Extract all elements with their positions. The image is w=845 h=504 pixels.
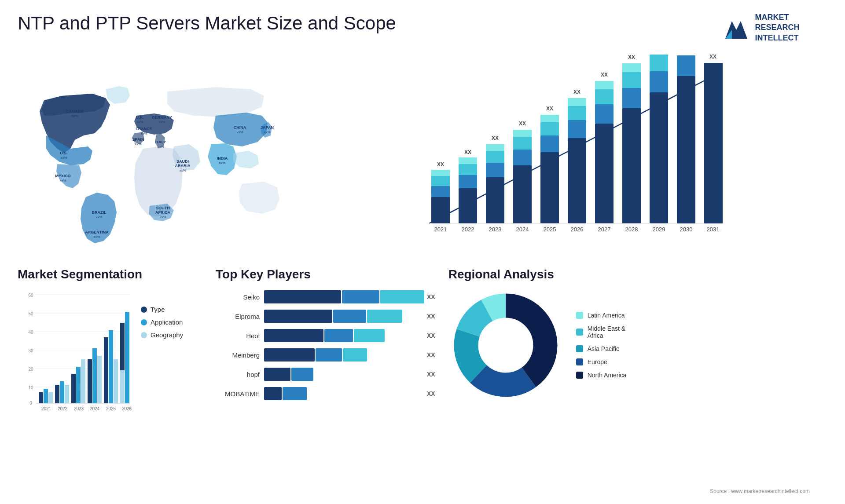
bar-elproma-3 [367, 310, 402, 323]
svg-rect-18 [513, 150, 532, 165]
map-label-china: CHINA [234, 125, 246, 130]
segmentation-title: Market Segmentation [18, 267, 202, 281]
player-name-meinberg: Meinberg [216, 351, 260, 359]
x-label-2023: 2023 [489, 226, 502, 233]
bar-seiko-3 [380, 290, 424, 303]
player-row-heol: Heol XX [216, 329, 435, 342]
svg-rect-35 [622, 72, 641, 88]
map-label-germany: GERMANY [152, 115, 172, 120]
svg-rect-68 [92, 348, 97, 403]
map-value-india: xx% [219, 161, 225, 165]
svg-text:2025: 2025 [106, 406, 116, 411]
x-label-2025: 2025 [544, 226, 556, 233]
map-label-saudi2: ARABIA [175, 164, 191, 168]
seg-legend: Type Application Geography [141, 306, 183, 339]
svg-rect-42 [677, 55, 695, 76]
bar-elproma-2 [333, 310, 366, 323]
svg-rect-38 [650, 71, 668, 92]
player-value-seiko: XX [427, 293, 435, 300]
bar-chart: XX XX XX XX XX [308, 52, 827, 250]
map-label-india: INDIA [217, 156, 228, 161]
map-label-canada: CANADA [66, 109, 84, 113]
bar-value-2031: XX [709, 54, 716, 60]
svg-rect-71 [109, 330, 113, 403]
svg-text:10: 10 [28, 385, 33, 390]
player-bars-heol: XX [264, 329, 435, 342]
x-label-2021: 2021 [434, 226, 447, 233]
legend-item-application: Application [141, 318, 183, 326]
legend-label-geography: Geography [151, 331, 183, 339]
map-label-spain: SPAIN [132, 137, 144, 142]
bar-value-2023: XX [492, 135, 499, 141]
svg-rect-31 [595, 89, 614, 104]
svg-rect-20 [513, 130, 532, 137]
svg-rect-39 [650, 55, 668, 71]
player-name-mobatime: MOBATIME [216, 390, 260, 398]
svg-rect-14 [486, 163, 504, 177]
x-label-2030: 2030 [680, 226, 693, 233]
player-row-seiko: Seiko XX [216, 290, 435, 303]
svg-rect-67 [88, 359, 92, 403]
player-value-hopf: XX [427, 371, 435, 378]
logo-icon [723, 15, 749, 41]
svg-rect-41 [677, 76, 695, 223]
svg-rect-76 [120, 370, 125, 403]
map-value-france: xx% [140, 131, 147, 135]
bar-heol-1 [264, 329, 323, 342]
reg-legend-apac: Asia Pacific [576, 345, 627, 352]
svg-rect-19 [513, 137, 532, 150]
x-label-2029: 2029 [653, 226, 665, 233]
reg-legend-latin: Latin America [576, 312, 627, 319]
svg-point-89 [479, 319, 532, 372]
legend-dot-geography [141, 332, 147, 338]
map-value-us: xx% [60, 156, 67, 160]
player-bars-elproma: XX [264, 310, 435, 323]
map-label-japan: JAPAN [261, 125, 274, 130]
svg-rect-24 [540, 115, 559, 122]
player-name-seiko: Seiko [216, 293, 260, 301]
players-section: Top Key Players Seiko XX Elproma [216, 267, 435, 504]
bar-meinberg-1 [264, 348, 315, 362]
legend-item-geography: Geography [141, 331, 183, 339]
player-bars-hopf: XX [264, 368, 435, 381]
bar-seiko-1 [264, 290, 341, 303]
bar-value-2028: XX [628, 54, 635, 60]
map-value-canada: xx% [71, 114, 78, 118]
map-label-south-africa: SOUTH [156, 206, 170, 210]
player-bars-meinberg: XX [264, 348, 435, 362]
player-row-meinberg: Meinberg XX [216, 348, 435, 362]
reg-color-mea [576, 329, 583, 336]
svg-text:2026: 2026 [122, 406, 132, 411]
reg-label-na: North America [588, 372, 627, 379]
bar-heol-3 [354, 329, 385, 342]
map-label-mexico: MEXICO [55, 174, 71, 178]
svg-text:2021: 2021 [41, 406, 51, 411]
reg-label-europe: Europe [588, 358, 607, 365]
bar-value-2026: XX [573, 89, 580, 95]
map-value-mexico: xx% [59, 179, 66, 183]
regional-title: Regional Analysis [448, 267, 827, 281]
x-label-2028: 2028 [625, 226, 638, 233]
map-value-south-africa: xx% [159, 215, 166, 219]
bar-meinberg-2 [316, 348, 342, 362]
logo-box: MARKETRESEARCHINTELLECT [723, 12, 799, 43]
header: NTP and PTP Servers Market Size and Scop… [0, 0, 845, 47]
svg-rect-23 [540, 122, 559, 135]
bar-value-2030: XX [683, 52, 690, 52]
svg-rect-27 [568, 106, 586, 120]
logo-text: MARKETRESEARCHINTELLECT [755, 12, 799, 43]
svg-rect-28 [568, 98, 586, 106]
svg-rect-22 [540, 135, 559, 152]
map-label-uk: U.K. [136, 115, 144, 120]
x-label-2031: 2031 [707, 226, 720, 233]
map-label-argentina: ARGENTINA [85, 230, 109, 234]
regional-section: Regional Analysis [448, 267, 827, 504]
map-label-us: U.S. [60, 151, 68, 155]
svg-rect-7 [431, 176, 450, 186]
map-label-south-africa2: AFRICA [155, 210, 170, 215]
svg-rect-34 [622, 88, 641, 108]
player-row-elproma: Elproma XX [216, 310, 435, 323]
reg-legend-na: North America [576, 372, 627, 379]
x-label-2026: 2026 [571, 226, 584, 233]
svg-text:60: 60 [28, 293, 33, 298]
